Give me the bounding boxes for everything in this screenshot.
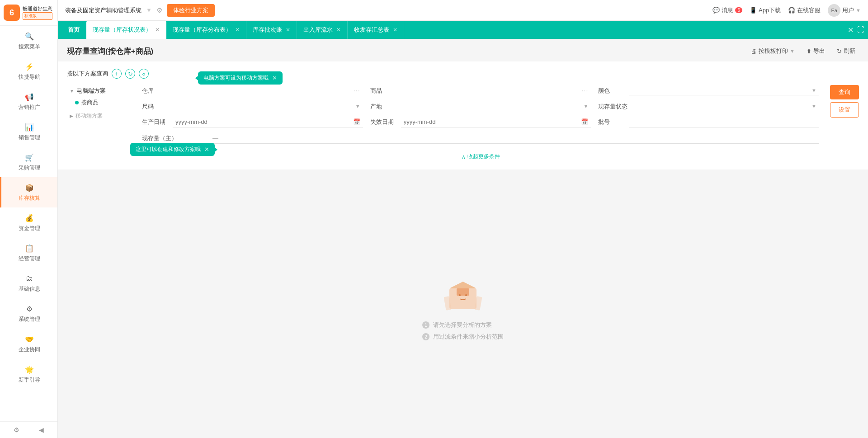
sidebar-item-label: 营销推广 [19,104,40,111]
sidebar-item-purchase[interactable]: 🛒 采购管理 [0,147,57,177]
operations-icon: 📋 [24,243,34,253]
scheme-desktop-child[interactable]: 按商品 [67,97,135,108]
collapse-arrow-icon: ∧ [462,154,466,160]
sidebar-item-guide[interactable]: 🌟 新手引导 [0,359,57,389]
tab-home[interactable]: 首页 [61,21,86,39]
sidebar-item-label: 库存核算 [19,194,40,202]
stock-status-dropdown[interactable]: ▼ [631,102,819,111]
export-icon: ⬆ [807,48,811,55]
stock-range: — [181,133,819,144]
online-service-label: 在线客服 [797,6,821,14]
product-dots[interactable]: ··· [582,87,589,94]
color-dropdown[interactable]: ▼ [629,86,819,95]
app-download-item[interactable]: 📱 App下载 [750,6,781,14]
stock-status-label: 现存量状态 [598,103,627,111]
empty-tips: 1 请先选择要分析的方案 2 用过滤条件来缩小分析范围 [422,321,504,341]
tab-batch-close[interactable]: ✕ [286,27,290,33]
filter-row-2: 尺码 ▼ 产地 ▼ [142,102,819,111]
sidebar-item-finance[interactable]: 💰 资金管理 [0,207,57,238]
mfg-date-calendar-icon[interactable]: 📅 [353,118,360,125]
trial-btn[interactable]: 体验行业方案 [167,4,215,17]
sidebar-item-label: 采购管理 [19,164,40,172]
online-service-icon: 🎧 [788,7,795,14]
sidebar-item-operations[interactable]: 📋 经营管理 [0,238,57,268]
tab-flow-label: 出入库流水 [303,26,333,34]
filter-field-batch: 批号 [598,117,819,127]
search-btn[interactable]: 查询 [830,85,859,99]
collapse-label: 收起更多条件 [467,153,500,160]
svg-point-5 [459,294,461,296]
refresh-btn[interactable]: ↻ 刷新 [833,45,859,57]
tooltip-2-close[interactable]: ✕ [204,146,209,153]
filter-refresh-btn[interactable]: ↻ [125,69,135,79]
sidebar-item-quicknav[interactable]: ⚡ 快捷导航 [0,56,57,86]
collapse-btn[interactable]: ∧ 收起更多条件 [462,153,500,160]
sidebar-item-search[interactable]: 🔍 搜索菜单 [0,26,57,56]
sidebar-item-label: 销售管理 [19,134,40,141]
tab-close-all-icon[interactable]: ✕ [848,26,854,34]
filter-add-btn[interactable]: + [112,69,122,79]
sidebar-item-enterprise[interactable]: 🤝 企业协同 [0,329,57,359]
batch-input[interactable] [629,117,819,127]
filter-rows: 仓库 ··· 商品 ··· [142,85,819,162]
mfg-date-input[interactable] [175,118,353,125]
tab-inventory-dist[interactable]: 现存量（库存分布表） ✕ [166,21,246,39]
mfg-date-field[interactable]: 📅 [173,117,363,127]
batch-label: 批号 [598,118,625,126]
message-label: 消息 [722,6,733,14]
tab-inventory-status[interactable]: 现存量（库存状况表） ✕ [86,21,166,39]
template-print-btn[interactable]: 🖨 按模板打印 ▼ [747,45,798,57]
enterprise-icon: 🤝 [24,334,34,344]
origin-label: 产地 [370,103,397,111]
exp-date-calendar-icon[interactable]: 📅 [581,118,588,125]
app-download-icon: 📱 [750,7,757,14]
tooltip-1-close[interactable]: ✕ [272,75,277,81]
tab-inventory-dist-close[interactable]: ✕ [235,27,240,33]
size-label: 尺码 [142,103,169,111]
origin-dropdown[interactable]: ▼ [401,102,591,111]
top-header: 装备及固定资产辅助管理系统 ▼ ⚙ 体验行业方案 💬 消息 6 📱 App下载 … [58,0,868,21]
sidebar-item-sales[interactable]: 📊 销售管理 [0,117,57,147]
user-avatar: Ea [828,4,840,17]
exp-date-field[interactable]: 📅 [401,117,591,127]
filter-field-warehouse: 仓库 ··· [142,85,363,96]
filter-fields-and-btns: 仓库 ··· 商品 ··· [142,85,859,162]
sidebar-item-marketing[interactable]: 📢 营销推广 [0,86,57,117]
settings-footer-icon[interactable]: ⚙ [14,426,19,433]
tab-batch[interactable]: 库存批次账 ✕ [246,21,297,39]
filter-title-label: 按以下方案查询 [67,70,108,78]
tab-summary[interactable]: 收发存汇总表 ✕ [348,21,404,39]
tab-inventory-status-close[interactable]: ✕ [155,27,160,33]
user-item[interactable]: Ea 用户 ▼ [828,4,861,17]
export-btn[interactable]: ⬆ 导出 [803,45,829,57]
scheme-desktop[interactable]: ▼ 电脑端方案 [67,85,135,97]
tab-flow-close[interactable]: ✕ [336,27,341,33]
settings-gear-icon[interactable]: ⚙ [156,6,162,14]
message-item[interactable]: 💬 消息 6 [712,6,742,14]
tab-summary-close[interactable]: ✕ [393,27,397,33]
empty-state: 1 请先选择要分析的方案 2 用过滤条件来缩小分析范围 [58,173,868,438]
tab-fullscreen-icon[interactable]: ⛶ [857,26,864,34]
stock-max-input[interactable] [220,135,247,141]
stock-min-input[interactable] [184,135,211,141]
tooltip-scheme-create: 这里可以创建和修改方案哦 ✕ [130,143,215,156]
sidebar-item-system[interactable]: ⚙ 系统管理 [0,298,57,329]
online-service-item[interactable]: 🎧 在线客服 [788,6,821,14]
sidebar-item-label: 资金管理 [19,225,40,232]
exp-date-input[interactable] [404,118,581,125]
scheme-tree: ▼ 电脑端方案 按商品 ▶ 移动端方案 [67,85,135,122]
sidebar-item-label: 搜索菜单 [19,43,40,51]
tab-flow[interactable]: 出入库流水 ✕ [297,21,348,39]
warehouse-dots[interactable]: ··· [354,87,360,94]
product-dropdown[interactable]: ··· [401,85,591,96]
filter-back-btn[interactable]: « [139,69,149,79]
size-dropdown[interactable]: ▼ [173,102,363,111]
sidebar-item-inventory[interactable]: 📦 库存核算 [0,177,57,207]
marketing-icon: 📢 [24,92,34,102]
reset-btn[interactable]: 设置 [830,102,859,118]
warehouse-dropdown[interactable]: ··· [173,85,363,96]
scheme-mobile[interactable]: ▶ 移动端方案 [67,110,135,122]
sidebar-item-basic[interactable]: 🗂 基础信息 [0,268,57,298]
filter-field-size: 尺码 ▼ [142,102,363,111]
collapse-sidebar-icon[interactable]: ◀ [39,426,44,433]
